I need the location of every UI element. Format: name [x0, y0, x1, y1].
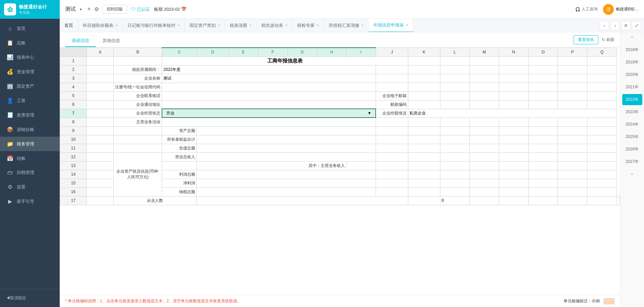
cell-title[interactable]: 工商年报信息表 [162, 56, 408, 65]
cell-2-L[interactable] [440, 65, 470, 74]
cell-9-N[interactable] [499, 126, 529, 135]
cell-3-B[interactable]: 企业名称 [114, 74, 162, 83]
cell-13-A[interactable] [87, 161, 114, 170]
dropdown-cell[interactable]: 开业 ▼ [164, 111, 374, 116]
col-header-E[interactable]: E [229, 48, 258, 56]
cell-12-N[interactable] [499, 152, 529, 161]
cell-7-A[interactable] [87, 109, 114, 118]
tab-home[interactable]: 首页 [60, 19, 78, 32]
cell-8-M[interactable] [470, 118, 499, 126]
cell-5-B[interactable]: 企业联系电话 [114, 91, 162, 100]
cell-14-Q[interactable] [587, 170, 617, 179]
cell-8-P[interactable] [558, 118, 587, 126]
add-icon[interactable]: + [87, 6, 91, 13]
tab-tax-return-close[interactable]: × [249, 23, 252, 28]
year-nav-down[interactable]: ⌄ [628, 168, 636, 178]
cell-11-Q[interactable] [587, 144, 617, 152]
cell-6-P[interactable] [558, 100, 587, 109]
cell-4-C[interactable] [162, 83, 376, 91]
cell-10-J[interactable] [376, 135, 408, 144]
cell-8-O[interactable] [528, 118, 558, 126]
col-header-N[interactable]: N [499, 48, 529, 56]
cell-12-L[interactable] [440, 152, 470, 161]
cell-13-Q[interactable] [587, 161, 617, 170]
cell-17-B[interactable]: 从业人数 [114, 196, 197, 205]
reset-button[interactable]: 重置报表 [574, 35, 598, 44]
cell-15-C[interactable]: 净利润 [162, 179, 197, 187]
cell-6-Q[interactable] [587, 100, 617, 109]
cell-2-O[interactable] [528, 65, 558, 74]
cell-14-D[interactable] [197, 170, 376, 179]
cell-16-N[interactable] [499, 187, 529, 196]
cell-3-K[interactable] [408, 74, 440, 83]
tab-aux[interactable]: 科目辅助余额表 × [78, 19, 123, 32]
col-header-I[interactable]: I [346, 48, 376, 56]
cell-9-C[interactable]: 资产总额 [162, 126, 197, 135]
cell-9-O[interactable] [528, 126, 558, 135]
cell-6-A[interactable] [87, 100, 114, 109]
cell-10-A[interactable] [87, 135, 114, 144]
cell-3-N[interactable] [499, 74, 529, 83]
cell-7-J[interactable]: 企业控股情况 [376, 109, 408, 118]
cell-2-J[interactable] [376, 65, 408, 74]
cell-16-O[interactable] [528, 187, 558, 196]
cell-15-K[interactable] [408, 179, 440, 187]
cell-12-C[interactable]: 营业总收入 [162, 152, 197, 161]
cell-16-P[interactable] [558, 187, 587, 196]
col-header-G[interactable]: G [287, 48, 317, 56]
cell-17-A[interactable] [87, 196, 114, 205]
cell-11-A[interactable] [87, 144, 114, 152]
cell-14-M[interactable] [470, 170, 499, 179]
cell-11-J[interactable] [376, 144, 408, 152]
cell-14-C[interactable]: 利润总额 [162, 170, 197, 179]
cell-12-J[interactable] [376, 152, 408, 161]
cell-17-D[interactable] [197, 196, 408, 205]
cell-13-M[interactable] [470, 161, 499, 170]
cell-5-A[interactable] [87, 91, 114, 100]
year-2024[interactable]: 2024年 [622, 119, 642, 130]
year-2023[interactable]: 2023年 [622, 106, 642, 118]
cell-17-P[interactable] [587, 196, 617, 205]
cell-11-O[interactable] [528, 144, 558, 152]
cell-7-K[interactable]: 私营企业 [408, 109, 617, 118]
cell-14-N[interactable] [499, 170, 529, 179]
cell-8-N[interactable] [499, 118, 529, 126]
col-header-K[interactable]: K [408, 48, 440, 56]
col-header-A[interactable]: A [87, 48, 114, 56]
cell-17-M[interactable] [499, 196, 529, 205]
sidebar-item-payroll[interactable]: 👤工资 [0, 93, 60, 108]
cell-16-K[interactable] [408, 187, 440, 196]
cell-9-A[interactable] [87, 126, 114, 135]
sidebar-item-report[interactable]: 📊报表中心 [0, 50, 60, 64]
cell-7-C[interactable]: 开业 ▼ [162, 109, 376, 118]
cell-15-L[interactable] [440, 179, 470, 187]
cell-5-P[interactable] [558, 91, 587, 100]
cell-11-P[interactable] [558, 144, 587, 152]
cell-5-L[interactable] [440, 91, 470, 100]
cell-2-K[interactable] [408, 65, 440, 74]
cell-1-O[interactable] [528, 56, 558, 65]
cell-1-L[interactable] [440, 56, 470, 65]
cell-15-O[interactable] [528, 179, 558, 187]
cell-12-M[interactable] [470, 152, 499, 161]
sidebar-item-guide[interactable]: ▶新手引导 [0, 194, 60, 209]
cell-10-P[interactable] [558, 135, 587, 144]
cell-11-B[interactable] [114, 144, 162, 152]
cell-17-L[interactable] [470, 196, 499, 205]
cell-2-Q[interactable] [587, 65, 617, 74]
cell-17-O[interactable] [558, 196, 587, 205]
cell-4-B[interactable]: 注册号/统一社会信用代码 [114, 83, 162, 91]
sidebar-item-inventory[interactable]: 📦进销台账 [0, 122, 60, 137]
tab-fixed-asset-close[interactable]: × [218, 23, 220, 28]
cell-15-N[interactable] [499, 179, 529, 187]
col-header-P[interactable]: P [558, 48, 587, 56]
cell-2-B[interactable]: 税款所属期间： [114, 65, 162, 74]
cell-1-A[interactable] [87, 56, 114, 65]
cell-1-M[interactable] [470, 56, 499, 65]
tab-tax-change-close[interactable]: × [285, 23, 287, 28]
cell-5-N[interactable] [499, 91, 529, 100]
subtab-other[interactable]: 其他信息 [96, 35, 127, 47]
year-2018[interactable]: 2018年 [622, 44, 642, 55]
cell-11-M[interactable] [470, 144, 499, 152]
tab-journal[interactable]: 日记账与银行对账单核对 × [123, 19, 185, 32]
